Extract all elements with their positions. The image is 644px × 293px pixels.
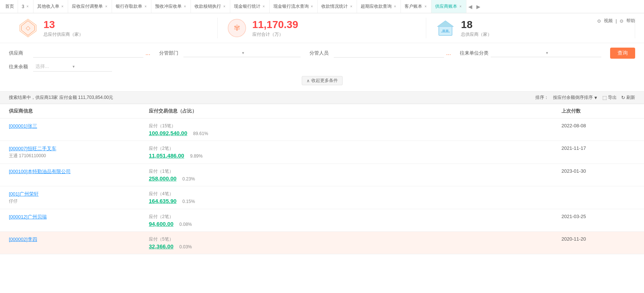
nav-tab-cash-flow[interactable]: 现金银行流水查询 × — [270, 0, 318, 13]
person-input[interactable] — [334, 49, 444, 58]
lastpay-2: 2021-11-17 — [561, 145, 635, 151]
help-link[interactable]: 帮助 — [626, 18, 635, 24]
results-bar: 搜索结果中，供应商13家 应付金额 111,703,854.00元 排序： 按应… — [0, 92, 644, 104]
nav-tab-home[interactable]: 首页 — [1, 0, 18, 13]
refresh-icon: ↻ — [621, 95, 625, 100]
table-row[interactable]: [000100]本特勤油品有限公司 应付（1笔） 258,000.00 0.23… — [0, 164, 644, 186]
nav-tab-receipt-stat-close[interactable]: × — [349, 4, 353, 9]
supplier-dots[interactable]: ... — [146, 50, 150, 56]
lastpay-date-5: 2021-03-25 — [561, 214, 586, 219]
nav-tab-overdue-ar-close[interactable]: × — [393, 4, 397, 9]
table-row[interactable]: [000012]广州贝瑞 应付（2笔） 94,600.00 0.08% 2021… — [0, 209, 644, 232]
nav-right-arrow[interactable]: ▶ — [475, 0, 483, 13]
table-row[interactable]: [000002]李四 应付（5笔） 32,366.00 0.03% 2020-1… — [0, 232, 644, 254]
nav-tab-ar-adjust-close[interactable]: × — [104, 4, 108, 9]
category-chevron-icon: ▾ — [546, 51, 599, 55]
supplier-input[interactable] — [33, 49, 143, 58]
supplier-link-6[interactable]: [000002]李四 — [9, 236, 149, 243]
supplier-sub-4: 仔仔 — [9, 198, 149, 204]
person-dots[interactable]: ... — [446, 50, 451, 56]
nav-tab-overdue-ar-label: 超期应收款查询 — [361, 3, 392, 10]
supplier-info-5: [000012]广州贝瑞 — [9, 214, 149, 220]
nav-tab-customer-ledger-label: 客户账本 — [405, 3, 422, 10]
nav-tab-customer-ledger-close[interactable]: × — [424, 4, 427, 9]
supplier-info-6: [000002]李四 — [9, 236, 149, 243]
nav-tab-receipt-stat[interactable]: 收款情况统计 × — [318, 0, 357, 13]
nav-tab-cash-flow-close[interactable]: × — [310, 4, 314, 9]
col-header-lastpay: 上次付数 — [561, 108, 635, 114]
nav-tab-3[interactable]: 3 × — [18, 0, 34, 13]
export-button[interactable]: ⬚ 导出 — [602, 94, 617, 101]
collapse-button[interactable]: ∧ 收起更多条件 — [302, 76, 343, 85]
tx-label-3: 应付（1笔） — [149, 168, 561, 175]
tx-amount-6[interactable]: 32,366.00 — [149, 243, 174, 249]
nav-tab-bank-deposit[interactable]: 银行存取款单 × — [112, 0, 151, 13]
refresh-button[interactable]: ↻ 刷新 — [621, 94, 635, 101]
nav-tab-other-income[interactable]: 其他收入单 × — [34, 0, 69, 13]
table-row[interactable]: [000001]张三 应付（15笔） 100,092,540.00 89.61%… — [0, 118, 644, 141]
nav-tab-bank-deposit-close[interactable]: × — [144, 4, 147, 9]
nav-tab-prepay-ar[interactable]: 预收冲应收单 × — [151, 0, 191, 13]
nav-tab-3-label: 3 — [22, 4, 24, 9]
tx-amount-1[interactable]: 100,092,540.00 — [149, 130, 187, 136]
nav-tab-3-close[interactable]: × — [26, 4, 29, 9]
tx-amount-4[interactable]: 164,635.90 — [149, 198, 176, 204]
payable-amount-number: 11,170.39 — [252, 18, 298, 31]
nav-tab-receipt-exec[interactable]: 收款核销执行 × — [191, 0, 230, 13]
nav-tab-supplier-ledger[interactable]: 供应商账本 × — [431, 0, 466, 13]
transaction-info-2: 应付（2笔） 11,051,486.00 9.89% — [149, 145, 561, 159]
nav-tab-cash-bank-stat-label: 现金银行统计 — [234, 3, 260, 10]
nav-tab-customer-ledger[interactable]: 客户账本 × — [401, 0, 431, 13]
total-suppliers-label: 总供应商（家） — [461, 31, 492, 38]
supplier-link-5[interactable]: [000012]广州贝瑞 — [9, 214, 149, 220]
nav-tab-ar-adjust[interactable]: 应收应付调整单 × — [68, 0, 112, 13]
sort-button[interactable]: 按应付余额倒序排序 ▼ — [553, 94, 598, 101]
transaction-info-3: 应付（1笔） 258,000.00 0.23% — [149, 168, 561, 182]
nav-tab-receipt-exec-close[interactable]: × — [223, 4, 226, 9]
sort-label: 排序： — [535, 94, 549, 101]
tx-amount-5[interactable]: 94,600.00 — [149, 221, 174, 227]
supplier-info-1: [000001]张三 — [9, 123, 149, 130]
nav-tab-bank-deposit-label: 银行存取款单 — [116, 3, 142, 10]
supplier-code-4: [001] — [9, 191, 20, 197]
supplier-code-6: [000002] — [9, 237, 28, 242]
balance-label: 往来余额 — [9, 63, 31, 70]
video-link[interactable]: 视频 — [604, 18, 613, 24]
tx-amount-2[interactable]: 11,051,486.00 — [149, 152, 184, 159]
table-row[interactable]: [001]广州荣轩 仔仔 应付（4笔） 164,635.90 0.15% — [0, 186, 644, 209]
dept-select[interactable]: ▾ — [183, 49, 301, 57]
category-select[interactable]: ▾ — [491, 49, 601, 57]
transaction-info-4: 应付（4笔） 164,635.90 0.15% — [149, 191, 561, 204]
nav-tab-other-income-close[interactable]: × — [61, 4, 64, 9]
results-actions: 排序： 按应付余额倒序排序 ▼ ⬚ 导出 ↻ 刷新 — [535, 94, 635, 101]
supplier-link-1[interactable]: [000001]张三 — [9, 123, 149, 130]
filter-section: 供应商 ... 分管部门 ▾ 分管人员 ... 往来单位分类 ▾ 查询 — [0, 43, 644, 92]
nav-tab-cash-bank-stat[interactable]: 现金银行统计 × — [230, 0, 270, 13]
balance-select[interactable]: 选择... ▾ — [33, 62, 112, 72]
tx-row-4: 164,635.90 0.15% — [149, 198, 561, 204]
lastpay-1: 2022-08-08 — [561, 123, 635, 128]
summary-payable-amount: ✾ 11,170.39 应付合计（万） — [218, 18, 427, 38]
nav-tab-overdue-ar[interactable]: 超期应收款查询 × — [357, 0, 401, 13]
supplier-link-4[interactable]: [001]广州荣轩 — [9, 191, 149, 197]
table-row[interactable]: [000007]恒旺二手叉车 王通 17106110000 应付（2笔） 11,… — [0, 141, 644, 164]
data-table: 供应商信息 应付交易信息（占比） 上次付数 [000001]张三 应付（15笔）… — [0, 104, 644, 293]
tx-amount-3[interactable]: 258,000.00 — [149, 175, 176, 182]
nav-tab-cash-bank-stat-close[interactable]: × — [262, 4, 266, 9]
supplier-link-3[interactable]: [000100]本特勤油品有限公司 — [9, 168, 149, 175]
nav-tab-supplier-ledger-close[interactable]: × — [459, 4, 462, 9]
payable-amount-label: 应付合计（万） — [252, 31, 298, 38]
top-links: ⊙ 视频 | ⊙ 帮助 — [597, 18, 635, 24]
search-button[interactable]: 查询 — [610, 48, 635, 59]
nav-tab-other-income-label: 其他收入单 — [37, 3, 59, 10]
tx-row-3: 258,000.00 0.23% — [149, 175, 561, 182]
nav-left-arrow[interactable]: ◀ — [466, 0, 475, 13]
payable-suppliers-number: 13 — [43, 18, 83, 31]
help-icon: ⊙ — [620, 18, 623, 24]
export-label: 导出 — [608, 94, 617, 101]
supplier-link-2[interactable]: [000007]恒旺二手叉车 — [9, 145, 149, 152]
tx-percent-2: 9.89% — [190, 154, 203, 159]
nav-tab-prepay-ar-close[interactable]: × — [183, 4, 187, 9]
supplier-name-1: 张三 — [28, 123, 37, 129]
tx-label-6: 应付（5笔） — [149, 236, 561, 242]
